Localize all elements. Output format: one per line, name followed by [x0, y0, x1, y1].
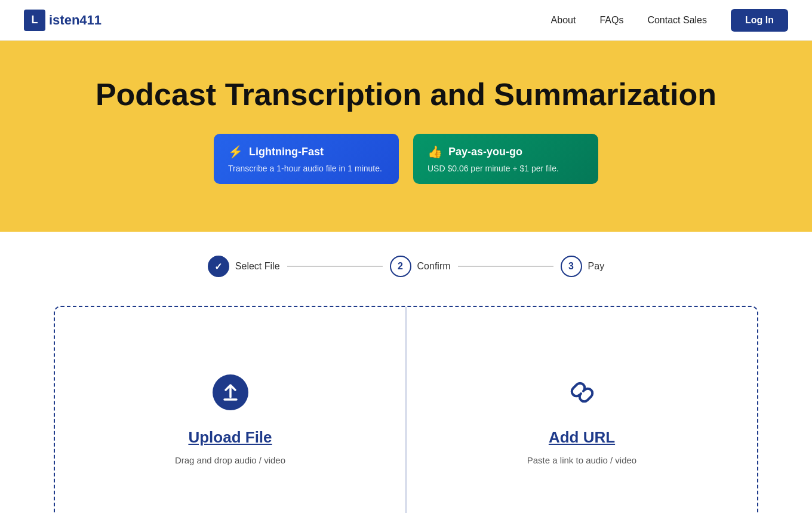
nav-contact-sales[interactable]: Contact Sales [647, 15, 707, 26]
navbar: L isten411 About FAQs Contact Sales Log … [0, 0, 812, 41]
upload-file-panel[interactable]: Upload File Drag and drop audio / video [55, 307, 405, 513]
logo-text: isten411 [49, 13, 102, 28]
feature-card-title: Lightning-Fast [249, 146, 324, 158]
hero-title: Podcast Transcription and Summarization [24, 76, 788, 112]
feature-card-desc-pay: USD $0.06 per minute + $1 per file. [427, 164, 584, 173]
upload-file-desc: Drag and drop audio / video [175, 455, 285, 465]
feature-card-desc: Transcribe a 1-hour audio file in 1 minu… [228, 164, 385, 173]
add-url-title: Add URL [549, 428, 615, 447]
upload-section: Upload File Drag and drop audio / video … [54, 306, 758, 513]
step-pay: 3 Pay [561, 256, 605, 277]
hero-section: Podcast Transcription and Summarization … [0, 41, 812, 232]
feature-cards: ⚡ Lightning-Fast Transcribe a 1-hour aud… [24, 134, 788, 184]
add-url-desc: Paste a link to audio / video [527, 455, 636, 465]
main-content: ✓ Select File 2 Confirm 3 Pay Upl [0, 232, 812, 513]
step-label-3: Pay [588, 261, 605, 272]
feature-card-lightning-fast: ⚡ Lightning-Fast Transcribe a 1-hour aud… [214, 134, 399, 184]
step-line-2 [458, 266, 553, 267]
lightning-icon: ⚡ [228, 145, 243, 159]
step-select-file: ✓ Select File [208, 256, 280, 277]
logo[interactable]: L isten411 [24, 10, 102, 31]
step-confirm: 2 Confirm [390, 256, 451, 277]
nav-about[interactable]: About [551, 15, 576, 26]
upload-file-title: Upload File [188, 428, 272, 447]
cloud-upload-icon [211, 373, 250, 414]
step-label-1: Select File [235, 261, 280, 272]
feature-card-header-pay: 👍 Pay-as-you-go [427, 145, 584, 159]
step-circle-1: ✓ [208, 256, 229, 277]
step-circle-2: 2 [390, 256, 411, 277]
feature-card-pay-as-you-go: 👍 Pay-as-you-go USD $0.06 per minute + $… [413, 134, 598, 184]
add-url-panel[interactable]: Add URL Paste a link to audio / video [407, 307, 757, 513]
step-label-2: Confirm [417, 261, 451, 272]
step-line-1 [287, 266, 383, 267]
feature-card-header: ⚡ Lightning-Fast [228, 145, 385, 159]
thumbup-icon: 👍 [427, 145, 442, 159]
stepper: ✓ Select File 2 Confirm 3 Pay [24, 256, 788, 277]
nav-links: About FAQs Contact Sales Log In [551, 9, 788, 32]
nav-faqs[interactable]: FAQs [599, 15, 623, 26]
step-circle-3: 3 [561, 256, 582, 277]
feature-card-title-pay: Pay-as-you-go [448, 146, 522, 158]
link-icon [563, 373, 601, 414]
login-button[interactable]: Log In [731, 9, 788, 32]
logo-icon: L [24, 10, 45, 31]
